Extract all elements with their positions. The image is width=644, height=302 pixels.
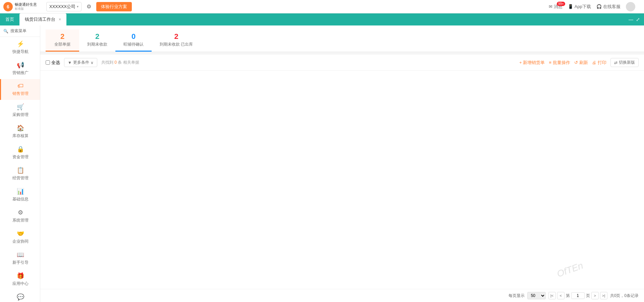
sidebar-item-system[interactable]: ⚙ 系统管理	[0, 205, 40, 227]
toolbar-right: + 新增销货单 ≡ 批量操作 ↺ 刷新 🖨 打印 ⇄ 切换新版	[519, 58, 639, 67]
settings-icon[interactable]: ⚙	[84, 2, 94, 11]
home-tab-label: 首页	[5, 16, 14, 22]
print-icon: 🖨	[592, 60, 596, 65]
search-menu-label: 搜索菜单	[10, 28, 26, 34]
add-order-button[interactable]: + 新增销货单	[519, 60, 545, 66]
message-button[interactable]: ✉ 消息 99+	[549, 4, 562, 10]
page-navigation: |< < 第 页 > >|	[548, 292, 607, 299]
switch-version-button[interactable]: ⇄ 切换新版	[610, 58, 639, 67]
sidebar-item-inventory[interactable]: 🏠 库存核算	[0, 121, 40, 142]
header-left: 6 畅捷通好生意 标准版 XXXXXX公司 ▾ ⚙ 体验行业方案	[3, 2, 132, 11]
app-download-label: App下载	[575, 4, 591, 10]
sidebar-item-app-center[interactable]: 🎁 应用中心	[0, 269, 40, 290]
purchase-icon: 🛒	[17, 103, 24, 111]
online-service-button[interactable]: 🎧 在线客服	[596, 4, 621, 10]
stat-tab-unshipped[interactable]: 2 到期未收款 已出库	[152, 29, 201, 52]
marketing-label: 营销推广	[12, 70, 29, 76]
print-label: 打印	[598, 60, 606, 66]
per-page-label: 每页显示	[508, 293, 525, 299]
last-page-button[interactable]: >|	[600, 292, 607, 299]
unshipped-count: 2	[174, 32, 178, 41]
overdue-count: 2	[95, 32, 99, 41]
refresh-label: 刷新	[579, 60, 588, 66]
wechat-icon: 💬	[17, 293, 24, 301]
sidebar-item-beginner[interactable]: 📖 新手引导	[0, 248, 40, 269]
print-button[interactable]: 🖨 打印	[592, 60, 606, 66]
found-unit: 条	[118, 60, 122, 65]
experience-button[interactable]: 体验行业方案	[96, 2, 132, 11]
next-page-button[interactable]: >	[591, 292, 599, 299]
batch-button[interactable]: ≡ 批量操作	[549, 60, 570, 66]
sidebar-item-quick-nav[interactable]: ⚡ 快捷导航	[0, 37, 40, 58]
quick-nav-label: 快捷导航	[12, 49, 29, 55]
toolbar-left: 全选 ▼ 更多条件 ∨ 共找到 0 条 相关单据	[46, 58, 139, 67]
sidebar-item-purchase[interactable]: 🛒 采购管理	[0, 100, 40, 121]
app-download-button[interactable]: 📱 App下载	[568, 4, 591, 10]
search-icon: 🔍	[3, 29, 8, 34]
tab-bar-actions: — ⤢	[629, 17, 644, 22]
first-page-button[interactable]: |<	[548, 292, 556, 299]
sidebar-item-sales[interactable]: 🏷 销售管理	[0, 79, 40, 100]
stat-tab-wangwang[interactable]: 0 旺辅待确认	[115, 29, 152, 52]
stat-tab-all[interactable]: 2 全部单据	[46, 29, 79, 52]
marketing-icon: 📢	[17, 61, 24, 69]
sidebar-item-marketing[interactable]: 📢 营销推广	[0, 58, 40, 79]
sidebar-item-operations[interactable]: 📋 经营管理	[0, 163, 40, 184]
tab-close-icon[interactable]: ×	[59, 17, 61, 22]
table-area	[40, 71, 644, 289]
per-page-select[interactable]: 50 100 200	[527, 292, 546, 299]
tab-active[interactable]: 钱货日清工作台 ×	[19, 13, 66, 25]
select-all-input[interactable]	[46, 60, 50, 65]
logo-text: 畅捷通好生意	[15, 2, 37, 7]
switch-icon: ⇄	[614, 60, 618, 65]
company-selector[interactable]: XXXXXX公司 ▾	[46, 2, 82, 11]
stat-tab-overdue[interactable]: 2 到期未收款	[79, 29, 115, 52]
top-header: 6 畅捷通好生意 标准版 XXXXXX公司 ▾ ⚙ 体验行业方案 ✉ 消息 99…	[0, 0, 644, 13]
system-icon: ⚙	[18, 209, 23, 216]
tab-home[interactable]: 首页	[0, 13, 19, 25]
headset-icon: 🎧	[596, 4, 602, 9]
avatar[interactable]	[626, 2, 635, 11]
filter-label: 更多条件	[73, 60, 89, 65]
sidebar: 🔍 搜索菜单 ⚡ 快捷导航 📢 营销推广 🏷 销售管理 🛒 采购管理 🏠 库存核…	[0, 25, 40, 302]
select-all-label: 全选	[51, 60, 60, 66]
basic-icon: 📊	[17, 188, 24, 195]
logo-area: 6 畅捷通好生意 标准版	[3, 2, 44, 11]
finance-icon: 🔒	[17, 145, 24, 153]
filter-chevron-icon: ∨	[91, 60, 94, 65]
tab-bar: 首页 钱货日清工作台 × — ⤢	[0, 13, 644, 25]
sidebar-item-enterprise[interactable]: 🤝 企业协同	[0, 227, 40, 248]
batch-icon: ≡	[549, 60, 551, 65]
page-prefix: 第	[566, 293, 570, 299]
logo-badge: 标准版	[15, 7, 37, 11]
enterprise-icon: 🤝	[17, 230, 24, 237]
toolbar: 全选 ▼ 更多条件 ∨ 共找到 0 条 相关单据 + 新增销货单	[40, 55, 644, 71]
found-suffix: 相关单据	[123, 60, 139, 65]
found-prefix: 共找到	[101, 60, 113, 65]
pagination: 每页显示 50 100 200 |< < 第 页 > >| 共0页，0条记录	[40, 289, 644, 302]
beginner-icon: 📖	[17, 251, 24, 258]
header-right: ✉ 消息 99+ 📱 App下载 🎧 在线客服	[549, 2, 641, 11]
sidebar-item-wechat[interactable]: 💬 企业微信	[0, 290, 40, 302]
found-text: 共找到 0 条 相关单据	[101, 60, 139, 65]
operations-label: 经营管理	[12, 175, 29, 181]
system-label: 系统管理	[12, 218, 29, 223]
sales-icon: 🏷	[17, 82, 23, 89]
app-download-icon: 📱	[568, 4, 573, 9]
sidebar-item-basic[interactable]: 📊 基础信息	[0, 184, 40, 205]
current-page-input[interactable]	[571, 292, 585, 299]
content-area: 2 全部单据 2 到期未收款 0 旺辅待确认 2 到期未收款 已出库 全选	[40, 25, 644, 302]
refresh-button[interactable]: ↺ 刷新	[574, 60, 588, 66]
sidebar-item-finance[interactable]: 🔒 资金管理	[0, 142, 40, 163]
prev-page-button[interactable]: <	[557, 292, 565, 299]
found-count: 0	[114, 60, 117, 65]
select-all-checkbox[interactable]: 全选	[46, 60, 60, 66]
sidebar-search[interactable]: 🔍 搜索菜单	[0, 25, 40, 37]
tab-minimize-icon[interactable]: —	[629, 17, 633, 22]
tab-maximize-icon[interactable]: ⤢	[636, 17, 640, 22]
refresh-icon: ↺	[574, 60, 578, 65]
quick-nav-icon: ⚡	[17, 40, 24, 48]
company-name: XXXXXX公司	[49, 4, 75, 10]
filter-button[interactable]: ▼ 更多条件 ∨	[64, 58, 97, 67]
total-records-label: 共0页，0条记录	[610, 293, 639, 299]
